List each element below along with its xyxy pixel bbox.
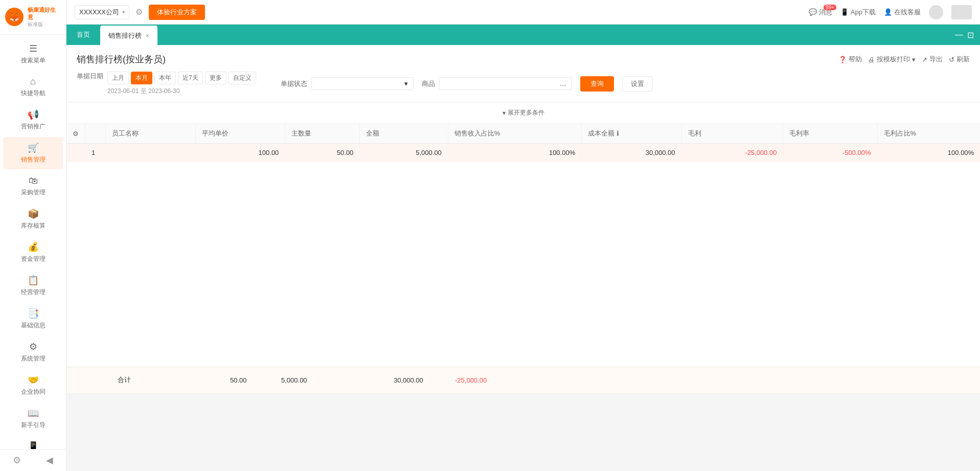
service-icon: 👤 [884, 8, 892, 16]
sidebar-item-app-center[interactable]: 📱 应用中心 [3, 436, 63, 449]
tab-home[interactable]: 首页 [66, 25, 100, 45]
col-cost: 成本全额 ℹ [582, 124, 681, 144]
sidebar-item-quick-nav[interactable]: ⌂ 快捷导航 [3, 71, 63, 103]
table-container: ⚙ 员工名称 平均单价 主数量 全额 销售收入占比% 成本全额 ℹ 毛利 [66, 124, 980, 162]
date-range-display: 2023-06-01 至 2023-06-30 [107, 87, 256, 96]
top-bar: XXXXXX公司 ▾ ⚙ 体验行业方案 💬 消息 99+ 📱 App下载 👤 在… [66, 0, 980, 25]
tab-right-actions: — ⊡ [955, 30, 980, 40]
company-name: XXXXXX公司 [79, 8, 119, 17]
footer-quantity-cell: 50.00 [224, 373, 275, 387]
help-button[interactable]: ❓ 帮助 [838, 55, 862, 64]
help-label: 帮助 [849, 55, 862, 64]
col-profit-rate: 毛利率 [783, 124, 877, 144]
sidebar-collapse-btn[interactable]: ◀ [46, 455, 53, 466]
date-filter-label: 单据日期 [77, 72, 103, 81]
expand-more-btn[interactable]: ▾ 展开更多条件 [498, 104, 549, 121]
sidebar-item-cooperation[interactable]: 🤝 企业协同 [3, 369, 63, 401]
col-employee: 员工名称 [106, 124, 196, 144]
sidebar-item-purchase[interactable]: 🛍 采购管理 [3, 170, 63, 202]
sidebar-item-search[interactable]: ☰ 搜索菜单 [3, 38, 63, 70]
sidebar-item-label: 搜索菜单 [21, 56, 45, 65]
footer-sales-ratio-cell [326, 377, 388, 383]
app-version: 标准版 [28, 21, 61, 28]
sidebar-settings-btn[interactable]: ⚙ [13, 455, 21, 466]
app-download-btn[interactable]: 📱 App下载 [840, 8, 876, 17]
footer-profit-cell: -25,000.00 [449, 373, 510, 387]
footer-profit-ratio-cell [561, 377, 612, 383]
col-settings[interactable]: ⚙ [66, 124, 85, 144]
marketing-icon: 📢 [28, 109, 39, 120]
sidebar-item-guide[interactable]: 📖 新手引导 [3, 402, 63, 435]
refresh-button[interactable]: ↺ 刷新 [949, 55, 970, 64]
export-icon: ↗ [922, 56, 927, 63]
inventory-icon: 📦 [28, 208, 39, 219]
refresh-icon: ↺ [949, 56, 954, 63]
filter-area: 单据日期 上月 本月 本年 近7天 更多 自定义 2023-06-01 至 20… [66, 65, 980, 102]
system-icon: ⚙ [29, 341, 37, 352]
footer-row: 合计 50.00 5,000.00 30,000.00 -25,000.00 [73, 372, 974, 388]
export-button[interactable]: ↗ 导出 [922, 55, 943, 64]
row-profit-rate-cell: -500.00% [783, 144, 877, 162]
search-menu-icon: ☰ [29, 43, 37, 54]
export-label: 导出 [929, 55, 943, 64]
table-row: 1 100.00 50.00 5,000.00 100.00% 30,000.0… [66, 144, 980, 162]
sidebar-item-finance[interactable]: 💰 资金管理 [3, 236, 63, 268]
sidebar-item-label: 销售管理 [21, 155, 45, 164]
sidebar-item-label: 系统管理 [21, 354, 45, 363]
row-settings-cell [66, 144, 85, 162]
sidebar-item-label: 库存核算 [21, 221, 45, 230]
company-select[interactable]: XXXXXX公司 ▾ [75, 5, 129, 19]
sidebar-item-basic-info[interactable]: 📑 基础信息 [3, 303, 63, 335]
goods-more-icon: … [560, 80, 566, 87]
messages-btn[interactable]: 💬 消息 99+ [809, 8, 832, 17]
expand-more-label: 展开更多条件 [508, 108, 544, 117]
tab-minimize-icon[interactable]: — [955, 30, 963, 39]
tab-maximize-icon[interactable]: ⊡ [967, 30, 974, 40]
tab-close-icon[interactable]: × [146, 32, 149, 39]
sidebar-item-operations[interactable]: 📋 经营管理 [3, 270, 63, 302]
app-name: 畅康通好生意 [28, 6, 61, 21]
date-prev-btn[interactable]: 上月 [107, 72, 129, 84]
message-badge: 99+ [824, 5, 836, 10]
cost-label: 成本全额 ℹ [588, 129, 619, 137]
sidebar-item-system[interactable]: ⚙ 系统管理 [3, 336, 63, 368]
content-area: 销售排行榜(按业务员) ❓ 帮助 🖨 按模板打印 ▾ ↗ 导出 [66, 45, 980, 471]
print-button[interactable]: 🖨 按模板打印 ▾ [868, 55, 916, 64]
col-sales-ratio: 销售收入占比% [448, 124, 581, 144]
date-custom-btn[interactable]: 自定义 [229, 72, 256, 84]
trial-button[interactable]: 体验行业方案 [149, 5, 205, 20]
goods-filter-label: 商品 [422, 79, 435, 88]
row-rank-cell: 1 [85, 144, 106, 162]
footer-avg-price-cell [173, 377, 224, 383]
table-footer: 合计 50.00 5,000.00 30,000.00 -25,000.00 [66, 367, 980, 393]
user-avatar[interactable] [929, 5, 943, 19]
col-profit-ratio: 毛利占比% [877, 124, 980, 144]
settings-row-button[interactable]: 设置 [622, 76, 653, 92]
sidebar-item-label: 资金管理 [21, 255, 45, 263]
table-empty-area [66, 162, 980, 367]
tab-sales-ranking[interactable]: 销售排行榜 × [100, 26, 157, 46]
app-center-icon: 📱 [28, 441, 39, 449]
user-name-area [951, 5, 972, 19]
sidebar-item-label: 营销推广 [21, 122, 45, 131]
online-service-btn[interactable]: 👤 在线客服 [884, 8, 921, 17]
sidebar-bottom: ⚙ ◀ [0, 449, 66, 471]
sidebar-item-marketing[interactable]: 📢 营销推广 [3, 104, 63, 136]
topbar-settings-icon[interactable]: ⚙ [135, 7, 143, 17]
sidebar-item-inventory[interactable]: 📦 库存核算 [3, 203, 63, 235]
sidebar-item-label: 新手引导 [21, 421, 45, 430]
row-profit-ratio-cell: 100.00% [877, 144, 980, 162]
row-employee-cell [106, 144, 196, 162]
page-actions: ❓ 帮助 🖨 按模板打印 ▾ ↗ 导出 ↺ 刷新 [838, 55, 970, 64]
date-year-btn[interactable]: 本年 [154, 72, 176, 84]
date-current-btn[interactable]: 本月 [131, 72, 152, 84]
goods-input[interactable]: … [439, 77, 572, 90]
app-download-label: App下载 [851, 8, 876, 17]
query-button[interactable]: 查询 [580, 76, 614, 92]
date-more-btn[interactable]: 更多 [205, 72, 226, 84]
date-7days-btn[interactable]: 近7天 [178, 72, 203, 84]
main-area: XXXXXX公司 ▾ ⚙ 体验行业方案 💬 消息 99+ 📱 App下载 👤 在… [66, 0, 980, 471]
status-select[interactable]: ▾ [311, 77, 414, 90]
guide-icon: 📖 [28, 408, 39, 419]
sidebar-item-sales[interactable]: 🛒 销售管理 [3, 137, 63, 169]
